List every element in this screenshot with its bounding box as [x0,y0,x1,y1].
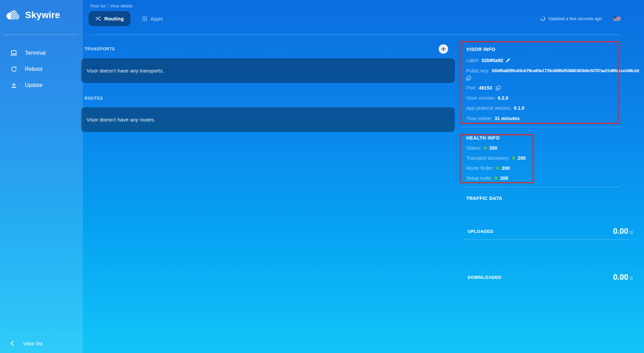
sidebar-item-label: Update [25,82,43,88]
visor-info-row-label: Label: 02b95a92 [466,57,510,64]
visor-info-row-public-key: Public key: 02b95a9295c83cb79ca93e1735c6… [466,67,639,74]
sidebar: Skywire Terminal [0,0,83,353]
downloaded-unit: B [630,276,633,281]
status-ok-dot [512,156,515,160]
breadcrumb-visor-details: Visor details [110,4,132,8]
status-ok-dot [494,176,498,180]
tab-label: Routing [104,16,124,21]
tab-apps[interactable]: Apps [136,11,170,26]
transports-title: TRANSPORTS [85,47,115,51]
brand-name: Skywire [25,10,60,20]
downloaded-value: 0.00 [613,273,628,282]
transports-empty-panel: Visor doesn't have any transports. [81,58,455,83]
sidebar-item-label: Reboot [25,66,43,72]
breadcrumb-visor-list[interactable]: Visor list [90,4,106,8]
visor-info-title: VISOR INFO [466,46,495,53]
visor-info-row-app-protocol: App protocol version: 0.1.0 [466,105,525,111]
add-icon [441,47,446,51]
grid-icon [143,16,147,21]
tab-bar: Routing Apps [89,11,170,26]
visor-info-row-time-online: Time online: 31 minutes [466,115,520,122]
section-divider [463,127,621,127]
section-divider [463,187,621,187]
edit-icon[interactable] [505,58,510,63]
traffic-divider [463,239,629,240]
sidebar-item-update[interactable]: Update [0,77,83,93]
breadcrumb: Visor list/Visor details [90,4,132,8]
copy-icon[interactable] [466,76,471,81]
health-row-route-finder: Route finder: 200 [466,165,510,171]
download-icon [10,82,17,89]
routes-empty-panel: Visor doesn't have any routes. [81,107,455,132]
uploaded-value: 0.00 [613,227,628,236]
chevron-left-icon [10,341,14,346]
skywire-visor-details-page: Skywire Terminal [0,0,644,353]
sidebar-item-label: Terminal [25,50,46,56]
skywire-cloud-icon [6,9,21,21]
uploaded-unit: B [630,230,633,235]
tab-label: Apps [150,16,163,21]
routes-title: ROUTES [85,96,103,101]
brand: Skywire [6,9,60,21]
downloaded-label: DOWNLOADED [468,275,501,280]
visor-info-row-port: Port: 49153 [466,85,500,91]
public-key-copy-row [466,75,471,82]
health-info-title: HEALTH INFO [466,135,500,141]
status-ok-dot [484,146,487,150]
visor-details-panel: VISOR INFO Label: 02b95a92 Public key: 0… [466,0,636,353]
back-label: Visor list [23,341,43,346]
shuffle-icon [95,16,101,21]
transports-empty-text: Visor doesn't have any transports. [87,68,164,73]
breadcrumb-separator: / [107,4,108,8]
uploaded-row: UPLOADED 0.00 B [468,227,633,236]
sidebar-item-terminal[interactable]: Terminal [0,45,83,61]
status-ok-dot [496,166,499,170]
health-row-transport-discovery: Transport discovery: 200 [466,155,526,161]
health-row-status: Status: 200 [466,145,497,151]
downloaded-row: DOWNLOADED 0.00 B [468,273,633,282]
health-row-setup-node: Setup node: 200 [466,175,508,182]
tab-routing[interactable]: Routing [89,11,130,26]
copy-icon[interactable] [496,86,500,90]
laptop-icon [10,50,17,56]
sidebar-item-reboot[interactable]: Reboot [0,61,83,77]
sidebar-nav: Terminal Reboot [0,45,83,93]
routes-empty-text: Visor doesn't have any routes. [87,117,156,122]
back-to-visor-list[interactable]: Visor list [10,336,43,350]
traffic-data-title: TRAFFIC DATA [466,195,502,202]
add-transport-button[interactable] [439,44,448,54]
visor-info-row-version: Visor version: 0.2.0 [466,95,508,101]
sidebar-divider [3,35,78,35]
reboot-icon [10,66,17,72]
uploaded-label: UPLOADED [468,229,493,234]
